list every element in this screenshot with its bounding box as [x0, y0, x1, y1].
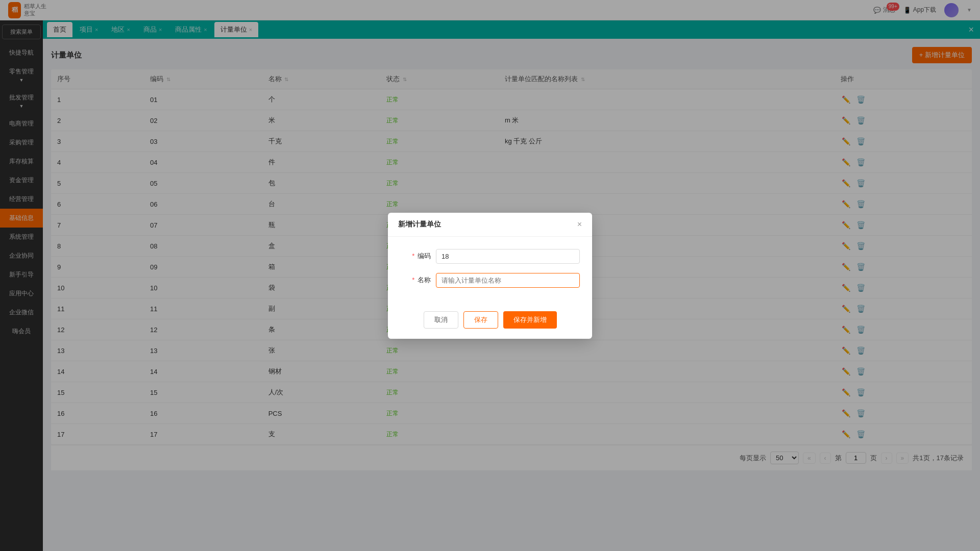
save-and-new-button[interactable]: 保存并新增: [503, 311, 557, 329]
modal-footer: 取消 保存 保存并新增: [388, 305, 592, 339]
modal-body: * 编码 * 名称: [388, 237, 592, 305]
add-unit-modal: 新增计量单位 × * 编码 * 名称 取消 保存 保存并新增: [388, 213, 592, 339]
code-input[interactable]: [436, 249, 580, 264]
form-row-code: * 编码: [400, 249, 580, 264]
save-button[interactable]: 保存: [463, 311, 498, 329]
modal-overlay[interactable]: 新增计量单位 × * 编码 * 名称 取消 保存 保存并新增: [0, 0, 980, 551]
name-label: * 名称: [400, 276, 431, 285]
cancel-button[interactable]: 取消: [424, 311, 458, 329]
code-label: * 编码: [400, 252, 431, 261]
name-input[interactable]: [436, 273, 580, 288]
form-row-name: * 名称: [400, 273, 580, 288]
modal-close-button[interactable]: ×: [577, 220, 582, 229]
code-required-mark: *: [412, 252, 414, 260]
modal-header: 新增计量单位 ×: [388, 213, 592, 237]
modal-title: 新增计量单位: [398, 220, 441, 229]
name-required-mark: *: [412, 276, 414, 284]
